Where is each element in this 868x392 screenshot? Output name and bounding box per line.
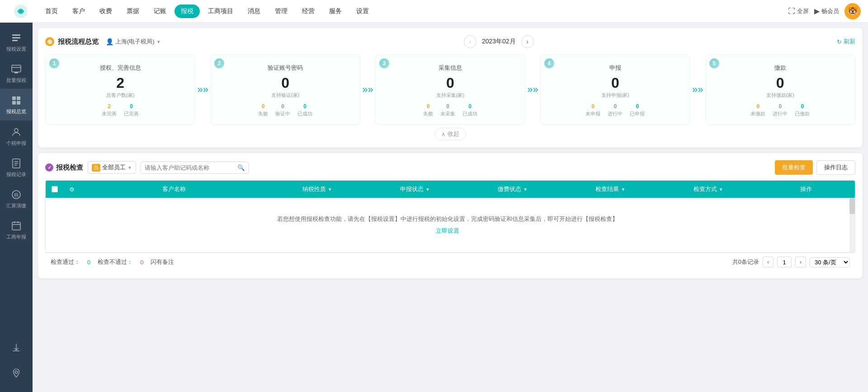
sidebar-item-settlement[interactable]: 税 汇算清缴 (0, 183, 33, 214)
svg-point-24 (15, 371, 18, 373)
pass-count[interactable]: 0 (87, 259, 90, 266)
chevron-down-icon: ▼ (156, 39, 161, 44)
stat-not-declared: 0 未申报 (585, 103, 600, 117)
select-all-checkbox[interactable] (52, 186, 58, 192)
collapse-button[interactable]: ∧ 收起 (434, 128, 466, 140)
location-badge[interactable]: 👤 上海(电子税局) ▼ (106, 38, 161, 46)
batch-check-button[interactable]: 批量检查 (775, 160, 813, 175)
sidebar-item-individual-tax[interactable]: 个税申报 (0, 120, 33, 152)
download-icon (10, 341, 23, 354)
nav-tax[interactable]: 报税 (175, 5, 200, 18)
nav-manage[interactable]: 管理 (269, 5, 294, 18)
sidebar-item-tax-settings[interactable]: 报税设置 (0, 26, 33, 57)
nav-business[interactable]: 工商项目 (202, 5, 240, 18)
main-content: ⊕ 报税流程总览 👤 上海(电子税局) ▼ ‹ 2023年02月 › ↻ (33, 23, 868, 392)
tax-overview-icon (10, 94, 23, 107)
step-1-card: 1 授权、完善信息 2 总客户数(家) 2 未完善 0 已完善 (45, 54, 195, 125)
step-3-number: 3 (379, 58, 389, 68)
next-month-button[interactable]: › (521, 35, 534, 48)
nav-accounting[interactable]: 记账 (147, 5, 173, 18)
employee-badge: 员 (92, 164, 100, 172)
th-settings[interactable]: ⚙ (64, 181, 80, 198)
nav-client[interactable]: 客户 (66, 5, 91, 18)
next-page-button[interactable]: › (795, 257, 806, 268)
nav-right: ⛶ 全屏 ▶ 畅会员 🐯 (788, 3, 861, 19)
scrollbar-thumb[interactable] (849, 198, 855, 214)
scrollbar[interactable] (849, 198, 855, 252)
avatar[interactable]: 🐯 (844, 3, 861, 19)
stat-paid: 0 已缴款 (795, 103, 810, 117)
nav-service[interactable]: 服务 (323, 5, 348, 18)
table-footer: 检查通过： 0 检查不通过： 0 闪有备注 共0条记录 ‹ › 30 条/页 5… (45, 253, 855, 271)
sidebar-item-batch-tax[interactable]: 批量报税 (0, 57, 33, 89)
table-empty-body: 若您想使用报税检查功能，请先在【报税设置】中进行报税的初始化设置，完成密码验证和… (46, 198, 849, 252)
nav-invoice[interactable]: 票据 (120, 5, 146, 18)
table-header: ⚙ 客户名称 纳税性质 ▼ 申报状态 ▼ 缴费状态 ▼ (46, 181, 855, 198)
sidebar: 报税设置 批量报税 报税总览 (0, 23, 33, 392)
per-page-select[interactable]: 30 条/页 50 条/页 100 条/页 (810, 257, 850, 268)
step-4-number: 4 (544, 58, 554, 68)
step-3-stats: 0 失败 0 未采集 0 已成功 (423, 103, 477, 117)
step-2-count: 0 (281, 76, 289, 90)
sidebar-label-tax-settings: 报税设置 (6, 46, 26, 52)
section-title: ✓ 报税检查 (45, 163, 83, 172)
nav-message[interactable]: 消息 (241, 5, 267, 18)
sidebar-item-annual-report[interactable]: 工商年报 (0, 214, 33, 245)
member-icon: ▶ (814, 7, 820, 15)
operation-log-button[interactable]: 操作日志 (816, 160, 855, 175)
pass-label: 检查通过： (51, 258, 80, 266)
step-3-card: 3 采集信息 0 支持采集(家) 0 失败 0 未采集 (375, 54, 525, 125)
th-tax-nature[interactable]: 纳税性质 ▼ (269, 181, 366, 198)
sidebar-label-tax-overview: 报税总览 (6, 109, 26, 115)
first-page-button[interactable]: ‹ (763, 257, 774, 268)
step-5-subtitle: 支持缴款(家) (766, 92, 794, 99)
fullscreen-button[interactable]: ⛶ 全屏 (788, 7, 809, 15)
nav-operation[interactable]: 经营 (296, 5, 321, 18)
tax-check-table: ⚙ 客户名称 纳税性质 ▼ 申报状态 ▼ 缴费状态 ▼ (45, 180, 855, 253)
th-pay-status[interactable]: 缴费状态 ▼ (464, 181, 561, 198)
step-5-card: 5 缴款 0 支持缴款(家) 0 未缴款 0 进行中 (705, 54, 855, 125)
location-person-icon: 👤 (106, 38, 113, 45)
steps-container: 1 授权、完善信息 2 总客户数(家) 2 未完善 0 已完善 (45, 54, 855, 125)
prev-month-button[interactable]: ‹ (464, 35, 476, 48)
nav-settings[interactable]: 设置 (350, 5, 375, 18)
refresh-button[interactable]: ↻ 刷新 (837, 38, 855, 46)
svg-rect-8 (12, 96, 16, 100)
sidebar-item-download[interactable] (0, 336, 33, 359)
tax-check-card: ✓ 报税检查 员 全部员工 ▼ 🔍 批量检查 操作日志 (38, 153, 863, 278)
note-label: 闪有备注 (151, 258, 174, 266)
sidebar-item-tax-overview[interactable]: 报税总览 (0, 89, 33, 120)
arrow-2: »» (360, 54, 375, 125)
th-check-result[interactable]: 检查结果 ▼ (561, 181, 659, 198)
header-right-buttons: 批量检查 操作日志 (775, 160, 855, 175)
search-button[interactable]: 🔍 (234, 162, 249, 173)
step-5-title: 缴款 (774, 64, 786, 72)
step-4-stats: 0 未申报 0 进行中 0 已申报 (585, 103, 645, 117)
fail-count[interactable]: 0 (140, 259, 143, 266)
employee-select[interactable]: 员 全部员工 ▼ (88, 161, 136, 174)
app-logo (7, 4, 34, 19)
svg-rect-19 (12, 222, 20, 230)
th-customer-name: 客户名称 (80, 181, 269, 198)
th-declare-status[interactable]: 申报状态 ▼ (366, 181, 464, 198)
nav-fee[interactable]: 收费 (93, 5, 118, 18)
sidebar-item-tax-record[interactable]: 报税记录 (0, 152, 33, 183)
svg-rect-2 (12, 34, 20, 36)
sidebar-label-tax-record: 报税记录 (6, 172, 26, 177)
svg-text:税: 税 (14, 192, 19, 197)
setup-link[interactable]: 立即设置 (436, 225, 459, 237)
th-checkbox[interactable] (46, 181, 64, 198)
main-layout: 报税设置 批量报税 报税总览 (0, 23, 868, 392)
stat-in-progress: 0 进行中 (608, 103, 623, 117)
member-button[interactable]: ▶ 畅会员 (814, 7, 839, 15)
tax-settings-icon (10, 32, 23, 44)
sidebar-item-location[interactable] (0, 361, 33, 385)
th-check-method[interactable]: 检查方式 ▼ (660, 181, 757, 198)
settings-icon: ⚙ (69, 186, 75, 193)
annual-report-icon (10, 220, 23, 232)
nav-home[interactable]: 首页 (39, 5, 64, 18)
search-input[interactable] (141, 162, 234, 173)
pagination: 共0条记录 ‹ › 30 条/页 50 条/页 100 条/页 (732, 257, 850, 268)
fail-label: 检查不通过： (98, 258, 133, 266)
page-input[interactable] (777, 257, 792, 268)
